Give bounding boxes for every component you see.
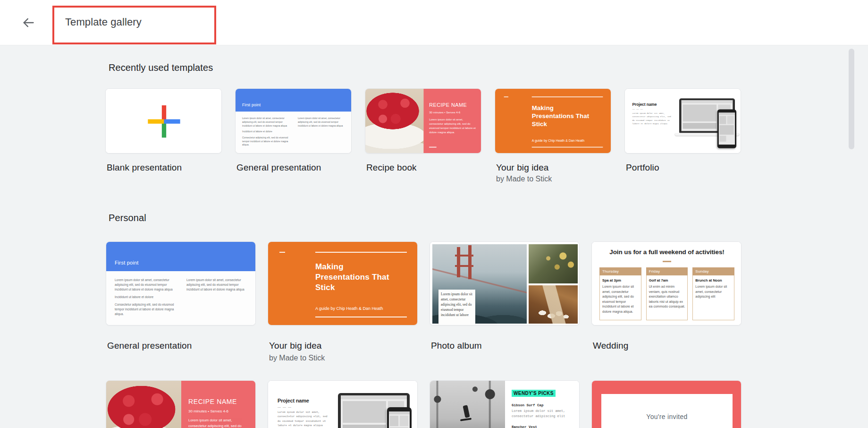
template-card-recipe-book[interactable]: RECIPE NAME 30 minutes • Serves 4-6 Lore…: [365, 88, 481, 154]
slide-text: Consectetur adipiscing elit, sed do eius…: [115, 302, 176, 317]
template-label: Wedding: [593, 341, 628, 351]
divider: [504, 96, 508, 97]
slide-title: Making Presentations That Stick: [315, 262, 395, 293]
day-header: Thursday: [599, 267, 641, 275]
google-plus-icon: [106, 89, 222, 154]
template-card-general-presentation[interactable]: First point Lorem ipsum dolor sit amet, …: [106, 241, 256, 325]
slide-text: Lorem ipsum dolor sit amet, consectetur …: [278, 410, 330, 428]
slide-heading: First point: [115, 260, 139, 265]
slide-heading: First point: [242, 103, 261, 107]
slide-meta: 30 minutes • Serves 4-6: [188, 409, 228, 413]
item-desc: Lorem ipsum dolor sit amet, consectetur …: [512, 409, 573, 419]
template-card-blank-presentation[interactable]: [105, 88, 222, 154]
template-byline: by Made to Stick: [269, 354, 325, 362]
divider: [315, 317, 407, 317]
template-label: Portfolio: [626, 163, 659, 173]
slide-byline: A guide by Chip Heath & Dan Heath: [532, 139, 585, 143]
event-text: Lorem ipsum dolor sit amet, consectetur …: [602, 284, 639, 314]
general-thumb: First point Lorem ipsum dolor sit amet, …: [236, 89, 352, 154]
template-card-portfolio[interactable]: Project name — — — Lorem ipsum dolor sit…: [624, 88, 741, 154]
bridge-photo: Lorem ipsum dolor sit amet, consectetur …: [432, 244, 527, 324]
event-title: Brunch at Noon: [695, 278, 732, 282]
invite-thumb: You're invited Wedding 8th: [592, 381, 742, 428]
recipe-thumb: RECIPE NAME 30 minutes • Serves 4-6 Lore…: [365, 89, 481, 154]
back-button[interactable]: [19, 13, 38, 32]
template-card-your-big-idea[interactable]: Making Presentations That Stick A guide …: [495, 88, 611, 154]
recipe-thumb: RECIPE NAME 30 minutes • Serves 4-6 Lore…: [106, 381, 256, 428]
slide-text: Lorem ipsum dolor sit amet, consectetur …: [632, 111, 674, 125]
template-card-invite[interactable]: You're invited Wedding 8th: [591, 380, 742, 428]
divider: [279, 252, 285, 253]
template-label: Your big idea: [496, 163, 549, 173]
slide-text: Lorem ipsum dolor sit amet, consectetur …: [188, 418, 249, 428]
template-card-wedding[interactable]: Join us for a full weekend of activities…: [591, 241, 742, 325]
template-card-your-big-idea[interactable]: Making Presentations That Stick A guide …: [268, 241, 418, 325]
template-card-general-presentation[interactable]: First point Lorem ipsum dolor sit amet, …: [235, 88, 352, 154]
arrow-left-icon: [22, 16, 35, 29]
portfolio-thumb: Project name — — — Lorem ipsum dolor sit…: [625, 89, 741, 154]
phone-mockup: [387, 407, 412, 428]
day-header: Sunday: [692, 267, 734, 275]
slide-title: RECIPE NAME: [188, 398, 237, 405]
slide-text: Consectetur adipiscing elit, sed do eius…: [242, 136, 290, 147]
event-title: Spa at 3pm: [602, 278, 639, 282]
template-label: Photo album: [431, 341, 482, 351]
slide-title: RECIPE NAME: [429, 102, 467, 108]
template-card-lookbook[interactable]: Wendy's Picks Gibson Surf Cap Lorem ipsu…: [430, 380, 580, 428]
template-label: General presentation: [236, 163, 321, 173]
template-label: General presentation: [107, 341, 192, 351]
slide-text: Lorem ipsum dolor sit amet, consectetur …: [429, 118, 476, 135]
page-title: Template gallery: [65, 16, 142, 28]
general-thumb: First point Lorem ipsum dolor sit amet, …: [106, 242, 256, 325]
blank-thumb: [106, 89, 222, 154]
section-heading-recent: Recently used templates: [109, 62, 213, 73]
slide-text: Incididunt ut labore et dolore: [242, 130, 290, 134]
slide-text: Lorem ipsum dolor sit amet, consectetur …: [115, 278, 176, 292]
slide-title: Wendy's Picks: [512, 390, 556, 397]
photo-album-thumb: Lorem ipsum dolor sit amet, consectetur …: [430, 242, 580, 325]
raspberry-photo: [365, 89, 423, 154]
leaves-photo: [529, 244, 578, 283]
template-card-recipe-book[interactable]: RECIPE NAME 30 minutes • Serves 4-6 Lore…: [106, 380, 256, 428]
slide-text: Lorem ipsum dolor sit amet, consectetur …: [242, 117, 290, 128]
slide-byline: A guide by Chip Heath & Dan Heath: [315, 306, 383, 311]
divider: [429, 147, 437, 148]
slide-title: Project name: [632, 102, 657, 106]
slide-text: Incididunt ut labore et dolore: [115, 295, 176, 300]
template-card-photo-album[interactable]: Lorem ipsum dolor sit amet, consectetur …: [430, 241, 580, 325]
template-label: Blank presentation: [107, 163, 182, 173]
divider: [663, 261, 671, 262]
divider: — — —: [632, 108, 643, 110]
wedding-thumb: Join us for a full weekend of activities…: [592, 242, 742, 325]
event-text: Ut enim ad minim veniam, quis nostrud ex…: [649, 284, 685, 309]
raspberry-photo: [106, 381, 181, 428]
slide-text: Lorem ipsum dolor sit amet, consectetur …: [186, 278, 248, 292]
slide-meta: 30 minutes • Serves 4-6: [429, 111, 460, 114]
event-text: Lorem ipsum dolor sit amet, consectetur …: [695, 284, 732, 300]
portfolio-thumb: Project name — — — Lorem ipsum dolor sit…: [268, 381, 418, 428]
slide-title: Project name: [278, 398, 309, 403]
divider: [315, 252, 407, 253]
phone-mockup: [717, 109, 736, 148]
skateboard-photo: [430, 381, 505, 428]
header: Template gallery: [0, 0, 868, 45]
lookbook-thumb: Wendy's Picks Gibson Surf Cap Lorem ipsu…: [430, 381, 580, 428]
scrollbar-thumb[interactable]: [849, 49, 854, 149]
day-header: Friday: [646, 267, 688, 275]
event-title: Golf at 7am: [649, 278, 685, 282]
cups-photo: [529, 285, 578, 324]
divider: [532, 147, 603, 147]
template-label: Recipe book: [366, 163, 417, 173]
slide-text: Lorem ipsum dolor sit amet, consectetur …: [438, 290, 475, 325]
template-byline: by Made to Stick: [496, 175, 552, 183]
divider: [532, 96, 603, 97]
template-label: Your big idea: [269, 341, 322, 351]
slide-title: Making Presentations That Stick: [532, 104, 593, 128]
slide-eyebrow: You're invited: [601, 413, 733, 420]
section-heading-personal: Personal: [109, 213, 146, 223]
template-gallery-page: Template gallery Recently used templates…: [0, 0, 868, 428]
slide-title: Join us for a full weekend of activities…: [592, 248, 742, 256]
template-card-portfolio[interactable]: Project name — — — Lorem ipsum dolor sit…: [268, 380, 418, 428]
bigidea-thumb: Making Presentations That Stick A guide …: [268, 242, 418, 325]
slide-text: Lorem ipsum dolor sit amet, consectetur …: [298, 117, 346, 128]
